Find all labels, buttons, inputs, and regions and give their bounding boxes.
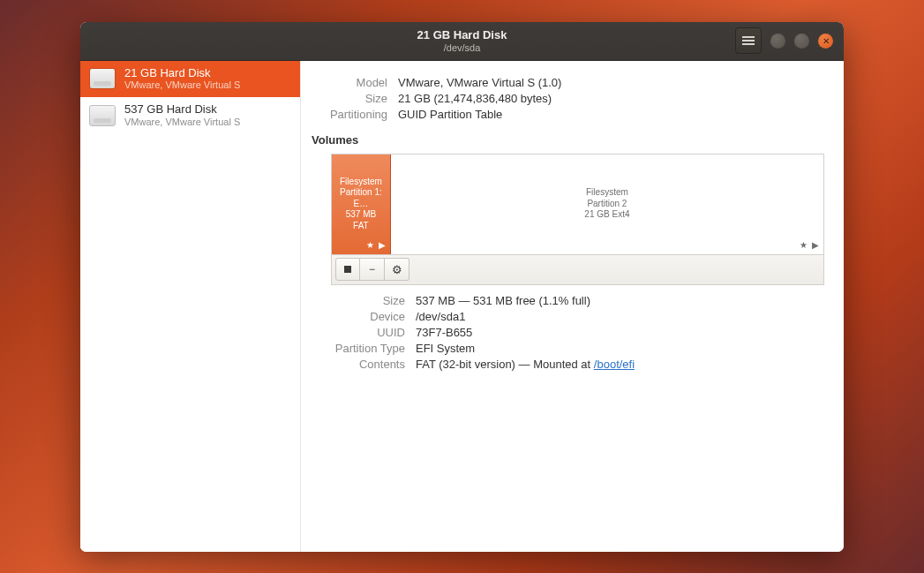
label-device: Device xyxy=(310,310,416,323)
value-uuid: 73F7-B655 xyxy=(416,326,472,339)
value-partitioning: GUID Partition Table xyxy=(398,108,502,121)
partition-label: Filesystem Partition 2 21 GB Ext4 xyxy=(579,187,635,221)
part-title: Filesystem xyxy=(337,177,385,188)
window-controls: ✕ xyxy=(770,34,833,49)
mount-point-link[interactable]: /boot/efi xyxy=(594,358,635,371)
titlebar[interactable]: 21 GB Hard Disk /dev/sda ✕ xyxy=(80,22,844,61)
hamburger-icon xyxy=(742,36,755,45)
row-contents: Contents FAT (32-bit version) — Mounted … xyxy=(310,358,824,371)
partition-1[interactable]: Filesystem Partition 2 21 GB Ext4 ★ ▶ xyxy=(391,155,823,254)
minus-icon: − xyxy=(369,263,375,275)
label-partitioning: Partitioning xyxy=(310,108,398,121)
value-model: VMware, VMware Virtual S (1.0) xyxy=(398,76,561,89)
volumes-diagram: Filesystem Partition 1: E… 537 MB FAT ★ … xyxy=(331,154,824,255)
sidebar-disk-labels: 21 GB Hard Disk VMware, VMware Virtual S xyxy=(124,67,240,92)
mount-indicator-icon: ★ ▶ xyxy=(366,240,387,252)
row-size: Size 21 GB (21,474,836,480 bytes) xyxy=(310,92,824,105)
app-menu-button[interactable] xyxy=(735,27,762,54)
hard-disk-icon xyxy=(89,68,116,89)
row-uuid: UUID 73F7-B655 xyxy=(310,326,824,339)
part-sub2: 21 GB Ext4 xyxy=(584,209,629,221)
contents-text: FAT (32-bit version) — Mounted at xyxy=(416,358,594,371)
partition-label: Filesystem Partition 1: E… 537 MB FAT xyxy=(332,177,390,232)
value-psize: 537 MB — 531 MB free (1.1% full) xyxy=(416,294,590,307)
disk-sub: VMware, VMware Virtual S xyxy=(124,117,240,128)
disk-sub: VMware, VMware Virtual S xyxy=(124,79,240,91)
partition-options-button[interactable]: ⚙ xyxy=(385,258,409,281)
window-body: 21 GB Hard Disk VMware, VMware Virtual S… xyxy=(80,61,844,552)
part-title: Filesystem xyxy=(584,187,629,199)
window-title-block: 21 GB Hard Disk /dev/sda xyxy=(80,28,844,53)
delete-partition-button[interactable]: − xyxy=(360,258,385,281)
gear-icon: ⚙ xyxy=(392,263,402,276)
row-device: Device /dev/sda1 xyxy=(310,310,824,323)
label-ptype: Partition Type xyxy=(310,342,416,355)
device-sidebar: 21 GB Hard Disk VMware, VMware Virtual S… xyxy=(80,61,301,552)
label-psize: Size xyxy=(310,294,416,307)
hard-disk-icon xyxy=(89,105,116,126)
window-title: 21 GB Hard Disk xyxy=(80,28,844,41)
disks-window: 21 GB Hard Disk /dev/sda ✕ 21 GB Hard Di… xyxy=(80,22,844,552)
content-pane: Model VMware, VMware Virtual S (1.0) Siz… xyxy=(301,61,844,552)
close-button[interactable]: ✕ xyxy=(818,34,833,49)
row-psize: Size 537 MB — 531 MB free (1.1% full) xyxy=(310,294,824,307)
row-ptype: Partition Type EFI System xyxy=(310,342,824,355)
sidebar-disk-0[interactable]: 21 GB Hard Disk VMware, VMware Virtual S xyxy=(80,61,300,98)
label-uuid: UUID xyxy=(310,326,416,339)
value-size: 21 GB (21,474,836,480 bytes) xyxy=(398,92,552,105)
disk-name: 537 GB Hard Disk xyxy=(124,103,240,117)
value-contents: FAT (32-bit version) — Mounted at /boot/… xyxy=(416,358,635,371)
part-sub1: Partition 1: E… xyxy=(337,187,385,209)
row-partitioning: Partitioning GUID Partition Table xyxy=(310,108,824,121)
label-model: Model xyxy=(310,76,398,89)
volume-toolbar: − ⚙ xyxy=(331,255,824,285)
sidebar-disk-labels: 537 GB Hard Disk VMware, VMware Virtual … xyxy=(124,103,240,128)
sidebar-disk-1[interactable]: 537 GB Hard Disk VMware, VMware Virtual … xyxy=(80,97,300,134)
part-sub2: 537 MB FAT xyxy=(337,209,385,231)
partition-0[interactable]: Filesystem Partition 1: E… 537 MB FAT ★ … xyxy=(332,155,391,254)
partition-details: Size 537 MB — 531 MB free (1.1% full) De… xyxy=(310,294,824,371)
maximize-button[interactable] xyxy=(794,34,809,49)
window-subtitle: /dev/sda xyxy=(80,42,844,53)
disk-name: 21 GB Hard Disk xyxy=(124,67,240,80)
label-size: Size xyxy=(310,92,398,105)
value-device: /dev/sda1 xyxy=(416,310,465,323)
minimize-button[interactable] xyxy=(770,34,785,49)
row-model: Model VMware, VMware Virtual S (1.0) xyxy=(310,76,824,89)
value-ptype: EFI System xyxy=(416,342,475,355)
volumes-heading: Volumes xyxy=(312,133,824,147)
label-contents: Contents xyxy=(310,358,416,371)
part-sub1: Partition 2 xyxy=(584,199,629,210)
unmount-button[interactable] xyxy=(335,258,360,281)
stop-icon xyxy=(344,266,351,273)
mount-indicator-icon: ★ ▶ xyxy=(800,240,820,252)
